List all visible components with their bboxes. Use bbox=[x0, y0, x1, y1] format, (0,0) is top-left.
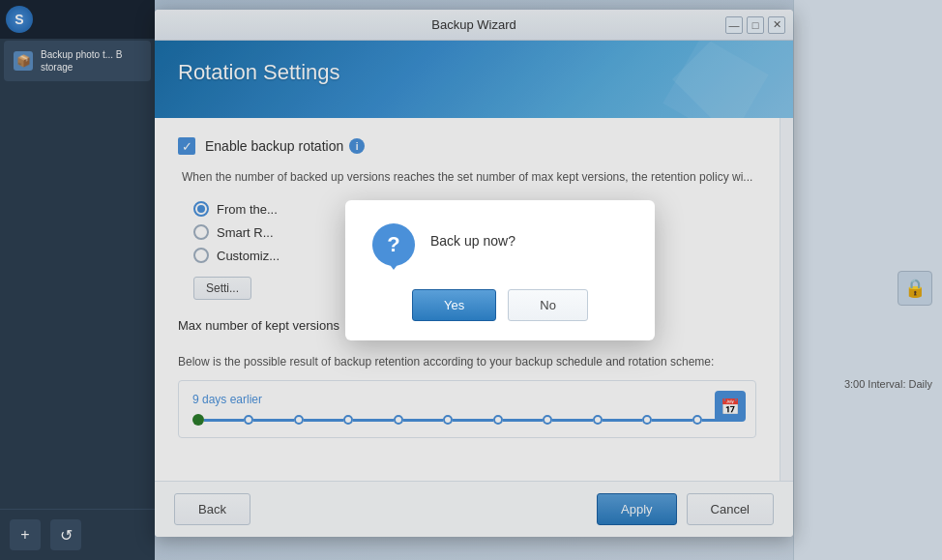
modal-question-icon: ? bbox=[372, 223, 415, 266]
modal-no-button[interactable]: No bbox=[508, 289, 588, 321]
modal-buttons: Yes No bbox=[372, 289, 628, 321]
modal-yes-button[interactable]: Yes bbox=[412, 289, 496, 321]
modal-overlay: ? Back up now? Yes No bbox=[0, 0, 942, 560]
modal-question-text: Back up now? bbox=[430, 223, 515, 249]
modal-dialog: ? Back up now? Yes No bbox=[345, 200, 655, 340]
desktop: S 📦 Backup photo t... B storage + ↺ 🔒 3:… bbox=[0, 0, 942, 560]
modal-content: ? Back up now? bbox=[372, 223, 628, 266]
